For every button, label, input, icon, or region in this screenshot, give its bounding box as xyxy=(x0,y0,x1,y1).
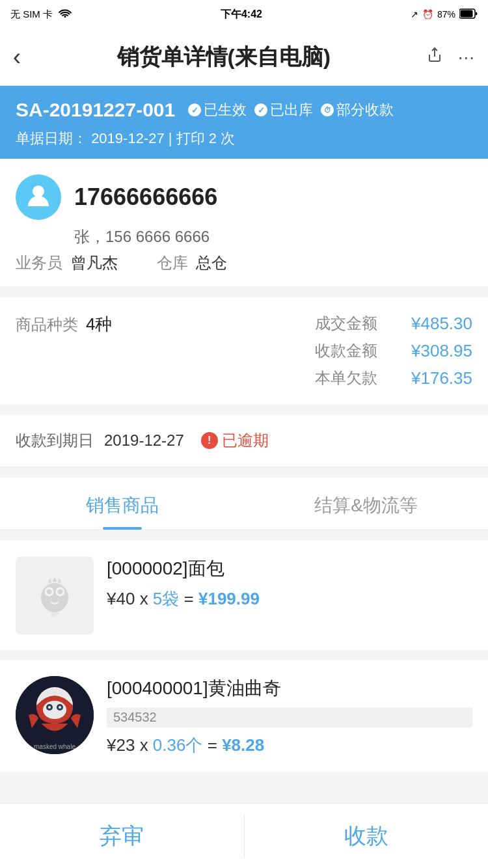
product-item: 鼎+ [0000002]面包 ¥40 x 5袋 = ¥199.99 xyxy=(0,541,488,650)
svg-text:鼎+: 鼎+ xyxy=(51,611,59,617)
product-info-1: [0000002]面包 ¥40 x 5袋 = ¥199.99 xyxy=(107,556,472,610)
customer-section: 17666666666 张，156 6666 6666 业务员 曾凡杰 仓库 总… xyxy=(0,159,488,287)
status-right: ↗ ⏰ 87% xyxy=(411,8,478,21)
order-id: SA-20191227-001 xyxy=(16,99,175,121)
product-name-2: [000400001]黄油曲奇 xyxy=(107,676,472,701)
svg-point-7 xyxy=(46,589,51,594)
due-section: 收款到期日 2019-12-27 ! 已逾期 xyxy=(0,414,488,467)
wifi-icon xyxy=(58,8,72,21)
badge-shipped: ✓ 已出库 xyxy=(254,100,313,120)
back-button[interactable]: ‹ xyxy=(13,44,21,71)
summary-section: 商品种类 4种 成交金额 ¥485.30 收款金额 ¥308.95 本单欠款 ¥… xyxy=(0,297,488,404)
warehouse-item: 仓库 总仓 xyxy=(157,252,228,273)
summary-right: 成交金额 ¥485.30 收款金额 ¥308.95 本单欠款 ¥176.35 xyxy=(315,313,472,388)
receipt-amount-row: 收款金额 ¥308.95 xyxy=(315,340,472,361)
user-icon xyxy=(25,182,51,213)
status-time: 下午4:42 xyxy=(221,8,262,21)
staff-item: 业务员 曾凡杰 xyxy=(16,252,118,273)
debt-amount-row: 本单欠款 ¥176.35 xyxy=(315,368,472,388)
status-left: 无 SIM 卡 xyxy=(10,8,72,21)
svg-point-8 xyxy=(57,589,62,594)
overdue-text: 已逾期 xyxy=(222,430,269,451)
summary-left: 商品种类 4种 xyxy=(16,313,112,336)
battery-pct: 87% xyxy=(437,9,455,20)
product-price-1: ¥40 x 5袋 = ¥199.99 xyxy=(107,588,472,610)
tabs: 销售商品 结算&物流等 xyxy=(0,478,488,530)
page-title: 销货单详情(来自电脑) xyxy=(117,42,331,72)
product-list: 鼎+ [0000002]面包 ¥40 x 5袋 = ¥199.99 xyxy=(0,541,488,772)
tab-sales-products[interactable]: 销售商品 xyxy=(0,478,244,530)
customer-phone: 张，156 6666 6666 xyxy=(74,226,472,247)
customer-name: 17666666666 xyxy=(74,183,217,211)
more-icon[interactable]: ··· xyxy=(458,47,475,68)
svg-point-3 xyxy=(33,185,44,197)
product-sku: 534532 xyxy=(107,707,472,727)
product-kind-row: 商品种类 4种 xyxy=(16,313,112,336)
location-icon: ↗ xyxy=(411,9,418,20)
nav-icons: ··· xyxy=(427,47,475,68)
deal-amount-row: 成交金额 ¥485.30 xyxy=(315,313,472,334)
sim-signal: 无 SIM 卡 xyxy=(10,8,53,21)
bottom-bar: 弃审 收款 xyxy=(0,803,488,868)
product-thumbnail-1: 鼎+ xyxy=(16,556,94,634)
svg-point-4 xyxy=(41,583,68,612)
overdue-badge: ! 已逾期 xyxy=(195,427,275,454)
svg-text:masked whale: masked whale xyxy=(34,743,75,750)
cancel-button[interactable]: 弃审 xyxy=(0,804,244,868)
alarm-icon: ⏰ xyxy=(422,9,433,20)
staff-row: 业务员 曾凡杰 仓库 总仓 xyxy=(16,252,472,273)
battery-icon xyxy=(459,8,478,21)
status-badges: ✓ 已生效 ✓ 已出库 ⏱ 部分收款 xyxy=(188,100,394,120)
confirm-button[interactable]: 收款 xyxy=(245,804,489,868)
placeholder-icon: 鼎+ xyxy=(16,556,94,634)
avatar xyxy=(16,174,61,220)
status-bar: 无 SIM 卡 下午4:42 ↗ ⏰ 87% xyxy=(0,0,488,29)
clock-icon: ⏱ xyxy=(321,103,334,116)
svg-marker-9 xyxy=(53,577,57,582)
check-icon-1: ✓ xyxy=(188,103,201,116)
product-price-2: ¥23 x 0.36个 = ¥8.28 xyxy=(107,734,472,757)
order-header-banner: SA-20191227-001 ✓ 已生效 ✓ 已出库 ⏱ 部分收款 xyxy=(0,86,488,159)
badge-effective: ✓ 已生效 xyxy=(188,100,247,120)
product-item-2: masked whale [000400001]黄油曲奇 534532 ¥23 … xyxy=(0,660,488,772)
svg-rect-1 xyxy=(460,10,472,17)
svg-point-15 xyxy=(43,701,66,719)
customer-row: 17666666666 xyxy=(16,174,472,220)
product-info-2: [000400001]黄油曲奇 534532 ¥23 x 0.36个 = ¥8.… xyxy=(107,676,472,757)
check-icon-2: ✓ xyxy=(254,103,267,116)
badge-partial-payment: ⏱ 部分收款 xyxy=(321,100,394,120)
overdue-icon: ! xyxy=(201,432,218,449)
svg-point-19 xyxy=(59,706,61,709)
order-date-row: 单据日期： 2019-12-27 | 打印 2 次 xyxy=(16,129,472,148)
product-thumbnail-2: masked whale xyxy=(16,676,94,754)
svg-marker-11 xyxy=(58,578,62,582)
svg-point-18 xyxy=(48,706,51,709)
nav-bar: ‹ 销货单详情(来自电脑) ··· xyxy=(0,29,488,86)
tab-settlement-logistics[interactable]: 结算&物流等 xyxy=(244,478,488,530)
share-icon[interactable] xyxy=(427,47,442,67)
product-name-1: [0000002]面包 xyxy=(107,556,472,581)
svg-marker-10 xyxy=(48,578,52,582)
